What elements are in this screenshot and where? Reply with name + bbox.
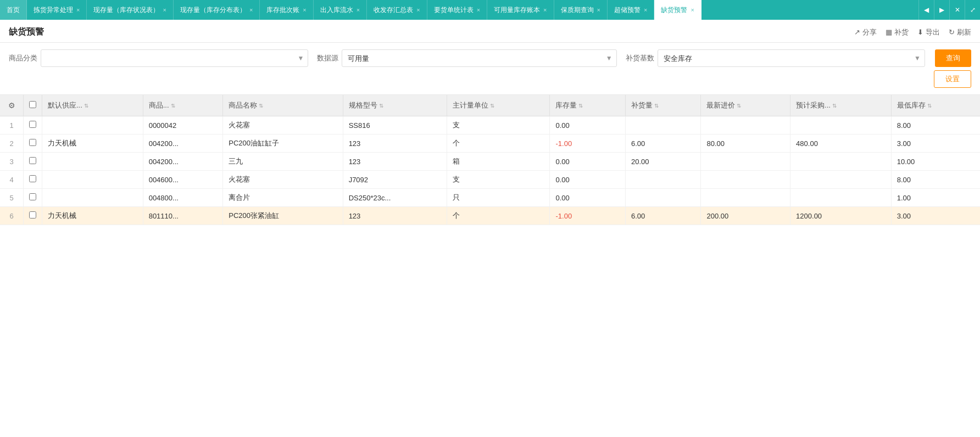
query-button[interactable]: 查询	[935, 49, 971, 67]
col-product-name[interactable]: 商品名称 ⇅	[223, 95, 343, 116]
table-settings-icon[interactable]: ⚙	[5, 99, 18, 111]
close-tab-inventory-status[interactable]: ×	[163, 7, 166, 13]
export-icon: ⬇	[917, 28, 923, 36]
cell-stock: -1.00	[550, 207, 625, 225]
close-tab-order-stats[interactable]: ×	[477, 7, 480, 13]
category-select[interactable]	[41, 49, 308, 67]
cell-latest-price: 80.00	[701, 135, 790, 153]
tab-home[interactable]: 首页	[0, 0, 27, 20]
refresh-action[interactable]: ↻ 刷新	[949, 27, 971, 37]
replenish-base-select[interactable]: 安全库存 最低库存 最高库存	[658, 49, 925, 67]
close-tab-in-out-flow[interactable]: ×	[357, 7, 360, 13]
col-replenish-qty[interactable]: 补货量 ⇅	[625, 95, 700, 116]
tab-close-all[interactable]: ✕	[949, 0, 965, 20]
sort-minstock-icon: ⇅	[927, 103, 932, 109]
col-unit[interactable]: 主计量单位 ⇅	[447, 95, 550, 116]
table-row: 6力天机械801110...PC200张紧油缸123个-1.006.00200.…	[0, 207, 980, 225]
row-checkbox-cell	[24, 116, 42, 135]
page-header: 缺货预警 ↗ 分享 ▦ 补货 ⬇ 导出 ↻ 刷新	[0, 20, 980, 43]
table-row: 3004200...三九123箱0.0020.0010.00	[0, 153, 980, 171]
tab-overstock[interactable]: 超储预警 ×	[608, 0, 654, 20]
row-checkbox-cell	[24, 171, 42, 189]
close-tab-expiry-query[interactable]: ×	[597, 7, 600, 13]
cell-estimated-purchase	[790, 189, 892, 207]
col-estimated-purchase[interactable]: 预计采购... ⇅	[790, 95, 892, 116]
category-filter-group: 商品分类 ▼	[9, 49, 308, 67]
close-tab-defect-handling[interactable]: ×	[76, 7, 80, 13]
tab-scroll-prev[interactable]: ◀	[918, 0, 934, 20]
page-title: 缺货预警	[9, 26, 854, 38]
select-all-checkbox[interactable]	[29, 101, 36, 108]
cell-spec: 123	[343, 207, 447, 225]
cell-stock: 0.00	[550, 116, 625, 135]
tab-fullscreen[interactable]: ⤢	[965, 0, 980, 20]
share-action[interactable]: ↗ 分享	[854, 27, 877, 37]
close-tab-overstock[interactable]: ×	[644, 7, 647, 13]
cell-product-name: PC200张紧油缸	[223, 207, 343, 225]
col-default-supplier[interactable]: 默认供应... ⇅	[42, 95, 143, 116]
datasource-select[interactable]: 可用量 库存量 在途量	[342, 49, 616, 67]
row-number: 6	[0, 207, 24, 225]
settings-button[interactable]: 设置	[934, 70, 971, 88]
col-stock[interactable]: 库存量 ⇅	[550, 95, 625, 116]
row-checkbox[interactable]	[29, 139, 36, 146]
replenish-base-label: 补货基数	[626, 53, 654, 63]
cell-unit: 箱	[447, 153, 550, 171]
row-checkbox[interactable]	[29, 157, 36, 164]
row-checkbox-cell	[24, 135, 42, 153]
cell-latest-price: 200.00	[701, 207, 790, 225]
tab-inventory-status[interactable]: 现存量（库存状况表） ×	[87, 0, 173, 20]
cell-replenish-qty	[625, 171, 700, 189]
tab-batch-account[interactable]: 库存批次账 ×	[260, 0, 313, 20]
cell-estimated-purchase	[790, 171, 892, 189]
sort-price-icon: ⇅	[737, 103, 741, 109]
tab-expiry-query[interactable]: 保质期查询 ×	[554, 0, 608, 20]
category-label: 商品分类	[9, 53, 37, 63]
col-spec[interactable]: 规格型号 ⇅	[343, 95, 447, 116]
tab-inventory-dist[interactable]: 现存量（库存分布表） ×	[174, 0, 260, 20]
tab-scroll-next[interactable]: ▶	[934, 0, 949, 20]
cell-latest-price	[701, 189, 790, 207]
cell-latest-price	[701, 171, 790, 189]
cell-unit: 个	[447, 207, 550, 225]
col-latest-price[interactable]: 最新进价 ⇅	[701, 95, 790, 116]
row-number: 5	[0, 189, 24, 207]
tab-order-stats[interactable]: 要货单统计表 ×	[427, 0, 487, 20]
cell-product-code: 0000042	[143, 116, 223, 135]
cell-replenish-qty	[625, 116, 700, 135]
row-checkbox-cell	[24, 207, 42, 225]
close-tab-receive-summary[interactable]: ×	[416, 7, 420, 13]
cell-supplier	[42, 171, 143, 189]
tab-in-out-flow[interactable]: 出入库流水 ×	[314, 0, 367, 20]
row-checkbox[interactable]	[29, 121, 36, 128]
row-checkbox[interactable]	[29, 211, 36, 218]
row-checkbox[interactable]	[29, 193, 36, 200]
close-tab-avail-ledger[interactable]: ×	[543, 7, 547, 13]
tab-receive-summary[interactable]: 收发存汇总表 ×	[367, 0, 427, 20]
export-action[interactable]: ⬇ 导出	[917, 27, 940, 37]
tab-shortage[interactable]: 缺货预警 ×	[654, 0, 701, 20]
col-min-stock[interactable]: 最低库存 ⇅	[891, 95, 980, 116]
col-product-code[interactable]: 商品... ⇅	[143, 95, 223, 116]
cell-min-stock: 8.00	[891, 116, 980, 135]
replenish-action[interactable]: ▦ 补货	[886, 27, 909, 37]
close-tab-shortage[interactable]: ×	[691, 7, 694, 13]
cell-product-code: 004200...	[143, 153, 223, 171]
tab-avail-ledger[interactable]: 可用量库存账本 ×	[487, 0, 554, 20]
cell-unit: 只	[447, 189, 550, 207]
datasource-filter-group: 数据源 可用量 库存量 在途量 ▼	[317, 49, 616, 67]
cell-supplier	[42, 189, 143, 207]
close-tab-batch-account[interactable]: ×	[303, 7, 306, 13]
cell-spec: J7092	[343, 171, 447, 189]
cell-product-name: 离合片	[223, 189, 343, 207]
cell-stock: 0.00	[550, 171, 625, 189]
category-select-wrap: ▼	[41, 49, 308, 67]
row-checkbox[interactable]	[29, 175, 36, 182]
close-tab-inventory-dist[interactable]: ×	[249, 7, 253, 13]
tab-defect-handling[interactable]: 拣货异常处理 ×	[27, 0, 87, 20]
row-checkbox-cell	[24, 189, 42, 207]
replenish-base-filter-group: 补货基数 安全库存 最低库存 最高库存 ▼	[626, 49, 925, 67]
tab-nav-buttons: ◀ ▶ ✕ ⤢	[918, 0, 980, 20]
table-row: 10000042火花塞SS816支0.008.00	[0, 116, 980, 135]
cell-unit: 个	[447, 135, 550, 153]
